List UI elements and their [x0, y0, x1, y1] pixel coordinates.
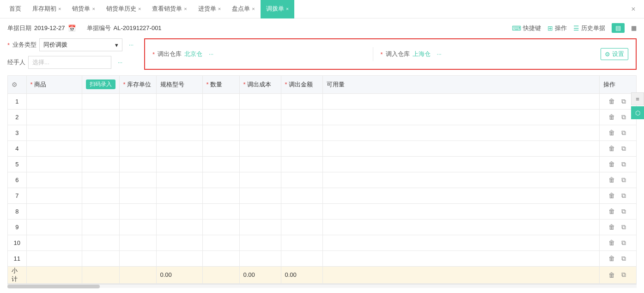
row-unit[interactable] [119, 125, 156, 140]
row-cost[interactable] [239, 203, 281, 219]
tab-sales-order[interactable]: 销货单 × [67, 0, 100, 18]
row-product[interactable] [26, 188, 82, 203]
tab-home[interactable]: 首页 [4, 0, 27, 18]
copy-icon[interactable]: ⧉ [619, 128, 628, 137]
close-icon[interactable]: × [252, 6, 255, 12]
row-amount[interactable] [281, 203, 322, 219]
tab-inventory-init[interactable]: 库存期初 × [27, 0, 67, 18]
close-icon[interactable]: × [138, 6, 141, 12]
row-spec[interactable] [156, 93, 202, 109]
tab-inventory-check[interactable]: 盘点单 × [226, 0, 260, 18]
copy-icon[interactable]: ⧉ [619, 238, 628, 247]
layout2-button[interactable]: ▦ [631, 24, 637, 31]
gear-icon[interactable]: ⚙ [12, 81, 18, 88]
row-qty[interactable] [202, 156, 239, 172]
close-icon[interactable]: × [218, 6, 221, 12]
row-product[interactable] [26, 140, 82, 156]
delete-icon[interactable]: 🗑 [607, 191, 616, 200]
delete-icon[interactable]: 🗑 [607, 97, 616, 106]
target-more-icon[interactable]: ··· [437, 51, 442, 57]
row-unit[interactable] [119, 235, 156, 250]
tab-view-sales[interactable]: 查看销货单 × [146, 0, 192, 18]
tab-sales-history[interactable]: 销货单历史 × [101, 0, 146, 18]
business-type-select[interactable]: 同价调拨 ▾ [39, 38, 122, 51]
float-list-button[interactable]: ≡ [631, 92, 644, 105]
row-cost[interactable] [239, 109, 281, 125]
row-cost[interactable] [239, 250, 281, 266]
row-qty[interactable] [202, 219, 239, 235]
row-unit[interactable] [119, 109, 156, 125]
row-unit[interactable] [119, 93, 156, 109]
close-icon[interactable]: × [92, 6, 95, 12]
row-qty[interactable] [202, 125, 239, 140]
shortcut-button[interactable]: ⌨ 快捷键 [512, 24, 541, 32]
operation-button[interactable]: ⊞ 操作 [547, 24, 567, 32]
row-amount[interactable] [281, 156, 322, 172]
row-product[interactable] [26, 250, 82, 266]
row-qty[interactable] [202, 172, 239, 188]
delete-icon[interactable]: 🗑 [607, 254, 616, 263]
tab-transfer-order[interactable]: 调拨单 × [261, 0, 294, 18]
row-spec[interactable] [156, 188, 202, 203]
row-product[interactable] [26, 156, 82, 172]
row-cost[interactable] [239, 172, 281, 188]
close-icon[interactable]: × [58, 6, 61, 12]
row-amount[interactable] [281, 219, 322, 235]
copy-icon[interactable]: ⧉ [619, 191, 628, 200]
delete-icon[interactable]: 🗑 [607, 112, 616, 122]
row-amount[interactable] [281, 235, 322, 250]
tab-purchase-order[interactable]: 进货单 × [193, 0, 226, 18]
delete-icon[interactable]: 🗑 [607, 128, 616, 137]
row-unit[interactable] [119, 172, 156, 188]
subtotal-copy-icon[interactable]: ⧉ [619, 270, 628, 280]
row-cost[interactable] [239, 156, 281, 172]
window-close-button[interactable]: × [626, 2, 640, 16]
row-spec[interactable] [156, 172, 202, 188]
row-spec[interactable] [156, 203, 202, 219]
more-icon[interactable]: ··· [129, 42, 134, 48]
row-qty[interactable] [202, 250, 239, 266]
handler-more-icon[interactable]: ··· [118, 59, 122, 66]
settings-button[interactable]: ⚙ 设置 [601, 48, 628, 60]
row-spec[interactable] [156, 140, 202, 156]
row-spec[interactable] [156, 250, 202, 266]
close-icon[interactable]: × [286, 6, 289, 12]
delete-icon[interactable]: 🗑 [607, 159, 616, 169]
copy-icon[interactable]: ⧉ [619, 97, 628, 106]
subtotal-delete-icon[interactable]: 🗑 [607, 270, 616, 280]
row-product[interactable] [26, 203, 82, 219]
row-product[interactable] [26, 125, 82, 140]
row-cost[interactable] [239, 93, 281, 109]
row-product[interactable] [26, 172, 82, 188]
row-product[interactable] [26, 109, 82, 125]
copy-icon[interactable]: ⧉ [619, 207, 628, 216]
row-product[interactable] [26, 219, 82, 235]
delete-icon[interactable]: 🗑 [607, 144, 616, 153]
row-amount[interactable] [281, 109, 322, 125]
row-spec[interactable] [156, 219, 202, 235]
row-unit[interactable] [119, 219, 156, 235]
row-product[interactable] [26, 93, 82, 109]
delete-icon[interactable]: 🗑 [607, 238, 616, 247]
row-amount[interactable] [281, 250, 322, 266]
row-qty[interactable] [202, 235, 239, 250]
row-unit[interactable] [119, 140, 156, 156]
row-spec[interactable] [156, 235, 202, 250]
history-button[interactable]: ☰ 历史单据 [573, 24, 605, 32]
row-amount[interactable] [281, 125, 322, 140]
calendar-icon[interactable]: 📅 [68, 24, 76, 32]
row-qty[interactable] [202, 203, 239, 219]
scan-button[interactable]: 扫码录入 [86, 79, 115, 89]
row-amount[interactable] [281, 188, 322, 203]
row-cost[interactable] [239, 235, 281, 250]
copy-icon[interactable]: ⧉ [619, 175, 628, 184]
row-product[interactable] [26, 235, 82, 250]
row-unit[interactable] [119, 156, 156, 172]
row-amount[interactable] [281, 93, 322, 109]
layout1-button[interactable]: ▤ [612, 23, 625, 33]
source-more-icon[interactable]: ··· [209, 51, 213, 57]
row-qty[interactable] [202, 93, 239, 109]
handler-select[interactable]: 选择... [28, 56, 111, 69]
copy-icon[interactable]: ⧉ [619, 222, 628, 232]
row-spec[interactable] [156, 125, 202, 140]
